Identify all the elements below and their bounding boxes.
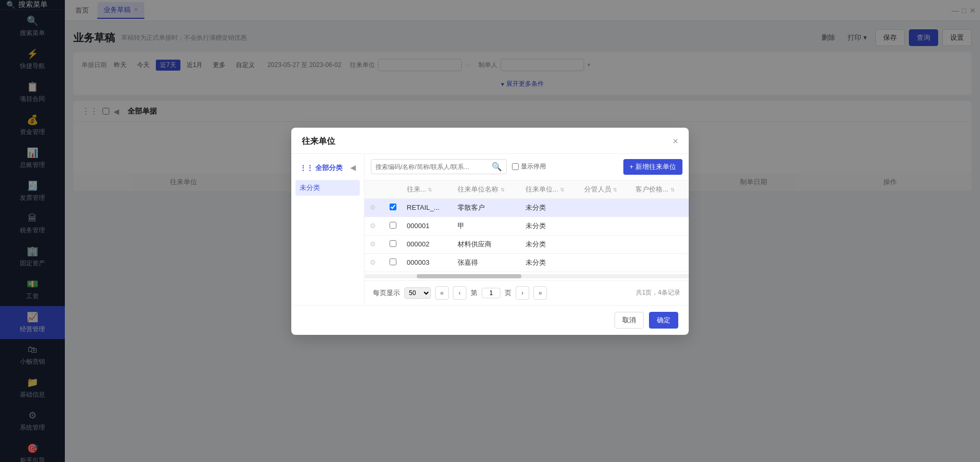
- modal-table-scroll: 往来... ⇅往来单位名称 ⇅往来单位... ⇅分管人员 ⇅客户价格... ⇅ …: [364, 181, 689, 280]
- row-check-3[interactable]: [390, 258, 396, 265]
- next-page-button[interactable]: ›: [516, 286, 529, 300]
- search-input-wrap: 🔍: [371, 159, 507, 174]
- modal-col-code[interactable]: 往来... ⇅: [402, 181, 453, 199]
- modal-col-price[interactable]: 客户价格... ⇅: [630, 181, 689, 199]
- prev-page-button[interactable]: ‹: [453, 286, 466, 300]
- row-name-0: 零散客户: [452, 198, 520, 217]
- row-price-2: [630, 235, 689, 253]
- category-panel: ⋮⋮ 全部分类 ◀ 未分类: [291, 154, 364, 305]
- sort-icon-category: ⇅: [560, 187, 564, 193]
- sort-icon-price: ⇅: [670, 187, 675, 193]
- modal-close-button[interactable]: ×: [673, 136, 678, 147]
- add-counterpart-button[interactable]: + 新增往来单位: [623, 159, 682, 175]
- row-price-1: [630, 217, 689, 235]
- row-check-0[interactable]: [390, 204, 396, 210]
- counterpart-modal: 往来单位 × ⋮⋮ 全部分类 ◀ 未分类 🔍: [291, 128, 689, 335]
- last-page-button[interactable]: »: [533, 286, 547, 300]
- show-disabled-checkbox[interactable]: [512, 163, 519, 170]
- row-name-3: 张嘉得: [452, 253, 520, 272]
- row-person-3: [579, 253, 631, 272]
- table-row[interactable]: ⚙ 000001 甲 未分类: [364, 217, 689, 235]
- modal-col-category[interactable]: 往来单位... ⇅: [520, 181, 579, 199]
- row-check-1[interactable]: [390, 222, 396, 229]
- row-settings-2: ⚙: [364, 235, 384, 253]
- table-row[interactable]: ⚙ 000002 材料供应商 未分类: [364, 235, 689, 253]
- row-checkbox-2[interactable]: [384, 235, 402, 253]
- modal-body: ⋮⋮ 全部分类 ◀ 未分类 🔍 显示停用: [291, 154, 689, 305]
- row-person-2: [579, 235, 631, 253]
- row-price-0: [630, 198, 689, 217]
- sort-icon-code: ⇅: [428, 187, 432, 193]
- page-word-before: 第: [471, 288, 477, 298]
- page-word: 页: [505, 288, 511, 298]
- table-row[interactable]: ⚙ RETAIL_... 零散客户 未分类: [364, 198, 689, 217]
- table-row[interactable]: ⚙ 000003 张嘉得 未分类: [364, 253, 689, 272]
- modal-header: 往来单位 ×: [291, 128, 689, 154]
- row-settings-3: ⚙: [364, 253, 384, 272]
- row-category-2: 未分类: [520, 235, 579, 253]
- modal-content-panel: 🔍 显示停用 + 新增往来单位 往来... ⇅往来单位名称 ⇅往来单位... ⇅…: [364, 154, 689, 305]
- modal-title: 往来单位: [302, 136, 335, 147]
- category-all-label[interactable]: ⋮⋮ 全部分类 ◀: [295, 160, 360, 176]
- row-category-0: 未分类: [520, 198, 579, 217]
- row-code-0: RETAIL_...: [402, 198, 453, 217]
- page-total-text: 共1页，4条记录: [636, 288, 680, 297]
- first-page-button[interactable]: «: [435, 286, 449, 300]
- modal-footer: 取消 确定: [291, 305, 689, 335]
- modal-col-person[interactable]: 分管人员 ⇅: [579, 181, 631, 199]
- modal-col-settings: [364, 181, 384, 199]
- row-checkbox-0[interactable]: [384, 198, 402, 217]
- modal-col-name[interactable]: 往来单位名称 ⇅: [452, 181, 520, 199]
- show-disabled-label: 显示停用: [521, 162, 546, 171]
- collapse-category-button[interactable]: ◀: [350, 164, 356, 172]
- row-code-2: 000002: [402, 235, 453, 253]
- page-size-label: 每页显示: [373, 288, 400, 298]
- horizontal-scrollbar[interactable]: [364, 274, 689, 278]
- category-item-未分类[interactable]: 未分类: [295, 180, 360, 196]
- cancel-button[interactable]: 取消: [614, 312, 644, 329]
- modal-overlay: 往来单位 × ⋮⋮ 全部分类 ◀ 未分类 🔍: [0, 0, 980, 462]
- modal-search-input[interactable]: [375, 163, 488, 171]
- row-code-1: 000001: [402, 217, 453, 235]
- row-name-1: 甲: [452, 217, 520, 235]
- sort-icon-name: ⇅: [500, 187, 505, 193]
- sort-icon-person: ⇅: [613, 187, 617, 193]
- search-icon: 🔍: [492, 162, 502, 172]
- row-check-2[interactable]: [390, 240, 396, 247]
- row-person-0: [579, 198, 631, 217]
- modal-table: 往来... ⇅往来单位名称 ⇅往来单位... ⇅分管人员 ⇅客户价格... ⇅ …: [364, 181, 689, 272]
- row-category-3: 未分类: [520, 253, 579, 272]
- show-disabled-wrap: 显示停用: [512, 162, 546, 171]
- modal-search-bar: 🔍 显示停用 + 新增往来单位: [364, 154, 689, 181]
- modal-col-checkbox: [384, 181, 402, 199]
- row-settings-0: ⚙: [364, 198, 384, 217]
- row-price-3: [630, 253, 689, 272]
- row-checkbox-3[interactable]: [384, 253, 402, 272]
- row-checkbox-1[interactable]: [384, 217, 402, 235]
- row-name-2: 材料供应商: [452, 235, 520, 253]
- row-person-1: [579, 217, 631, 235]
- confirm-button[interactable]: 确定: [649, 312, 678, 329]
- row-settings-1: ⚙: [364, 217, 384, 235]
- row-category-1: 未分类: [520, 217, 579, 235]
- pagination-bar: 每页显示 102050100 « ‹ 第 页 › » 共1页，4条记录: [364, 280, 689, 305]
- page-size-select[interactable]: 102050100: [404, 287, 431, 299]
- row-code-3: 000003: [402, 253, 453, 272]
- current-page-input[interactable]: [482, 288, 500, 298]
